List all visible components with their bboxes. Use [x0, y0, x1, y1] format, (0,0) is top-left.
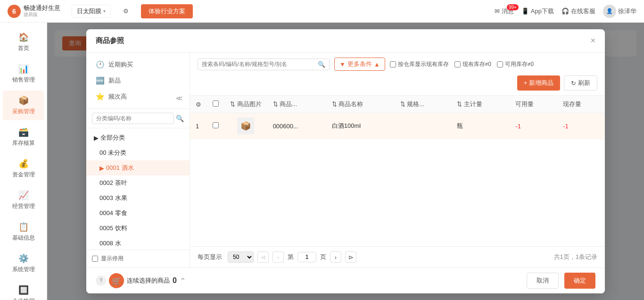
tab-label: 新品: [108, 76, 121, 85]
online-service-button[interactable]: 🎧 在线客服: [561, 7, 595, 16]
star-icon: ⭐: [96, 92, 105, 101]
prev-page-button[interactable]: ‹: [272, 251, 284, 263]
category-item-fruit[interactable]: 0003 水果: [86, 191, 190, 206]
page-number-input[interactable]: [297, 252, 316, 262]
category-tree: ▶ 全部分类 00 未分类 ▶ 0001 酒水 0002 茶: [86, 128, 190, 250]
category-label: 0008 水: [99, 239, 121, 248]
sidebar-item-system[interactable]: ⚙️ 系统管理: [3, 249, 44, 278]
checkbox-available-stock[interactable]: 可用库存≠0: [497, 60, 534, 68]
first-page-button[interactable]: ⊲: [257, 251, 269, 263]
sidebar-item-operations[interactable]: 📈 经营管理: [3, 185, 44, 215]
refresh-label: 刷新: [578, 79, 590, 87]
sort-icon: ⇅: [273, 100, 278, 108]
col-spec[interactable]: ⇅ 规格...: [395, 96, 452, 113]
select-all-checkbox[interactable]: [213, 100, 219, 107]
chevron-up-icon[interactable]: ⌃: [180, 276, 186, 285]
sidebar-item-label: 经营管理: [12, 202, 35, 210]
right-panel: 🔍 ▼ 更多条件 ▲ 按仓库显示现有库存: [190, 53, 605, 267]
logo-text: 畅捷通好生意 捷易版: [24, 4, 60, 18]
app-download-button[interactable]: 📱 App下载: [521, 7, 554, 16]
sidebar-item-finance[interactable]: 💰 资金管理: [3, 154, 44, 183]
show-disabled-checkbox[interactable]: [92, 256, 98, 262]
checkbox-warehouse-stock[interactable]: 按仓库显示现有库存: [390, 60, 449, 68]
sidebar-item-home[interactable]: 🏠 首页: [3, 27, 44, 57]
last-page-button[interactable]: ⊳: [345, 251, 356, 263]
category-item-snack[interactable]: 0004 零食: [86, 206, 190, 221]
cell-code: 000600...: [267, 113, 326, 139]
sidebar-item-inventory[interactable]: 🗃️ 库存核算: [3, 122, 44, 152]
enterprise-icon: 🔲: [18, 285, 29, 295]
filter-collapse-icon: ▲: [374, 61, 380, 68]
tab-new-products[interactable]: 🆕 新品: [88, 73, 171, 89]
add-product-button[interactable]: + 新增商品: [517, 75, 560, 91]
tab-frequent[interactable]: ⭐ 频次高: [88, 89, 171, 105]
current-stock-checkbox[interactable]: [454, 61, 461, 67]
sidebar-item-purchase[interactable]: 📦 采购管理: [3, 91, 44, 120]
user-area[interactable]: 👤 徐泽华: [603, 5, 636, 18]
category-label: 0005 饮料: [99, 224, 127, 233]
footer-right: 取消 确定: [527, 273, 595, 289]
collapse-button[interactable]: ≪: [173, 93, 186, 103]
col-settings[interactable]: ⚙: [190, 96, 207, 113]
cancel-button[interactable]: 取消: [527, 273, 559, 289]
category-search-icon[interactable]: 🔍: [176, 115, 184, 122]
category-item-water[interactable]: 0008 水: [86, 236, 190, 250]
content-area: 查询 设置 刷新 商品参照 ×: [47, 23, 644, 300]
tab-recent-purchase[interactable]: 🕐 近期购买: [88, 57, 171, 73]
category-item-tea[interactable]: 0002 茶叶: [86, 175, 190, 191]
product-search-input[interactable]: [202, 61, 316, 67]
col-select-all[interactable]: [207, 96, 224, 113]
filter-checkboxes: 按仓库显示现有库存 现有库存≠0 可用库存≠0: [390, 60, 534, 68]
category-search-input[interactable]: [92, 113, 174, 124]
available-stock-checkbox[interactable]: [497, 61, 503, 67]
nav-right: ✉ 消息 99+ 📱 App下载 🎧 在线客服 👤 徐泽华: [495, 5, 636, 18]
table-row[interactable]: 1 📦 000600... 白酒100ml 瓶: [190, 113, 605, 139]
sidebar-item-basic-info[interactable]: 📋 基础信息: [3, 217, 44, 247]
product-reference-modal: 商品参照 × 🕐 近期购买: [86, 29, 605, 293]
modal-close-button[interactable]: ×: [590, 36, 595, 46]
category-item-uncategorized[interactable]: 00 未分类: [86, 145, 190, 160]
sidebar-item-label: 首页: [18, 44, 29, 52]
avatar: 👤: [603, 5, 616, 18]
refresh-button[interactable]: ↻ 刷新: [564, 75, 597, 91]
category-item-liquor[interactable]: ▶ 0001 酒水: [86, 160, 190, 175]
col-unit[interactable]: ⇅ 主计量: [451, 96, 510, 113]
search-icon: 🔍: [318, 61, 325, 68]
gear-button[interactable]: ⚙: [118, 4, 133, 19]
cart-count: 0: [173, 276, 177, 285]
user-name: 徐泽华: [618, 7, 636, 16]
inventory-icon: 🗃️: [18, 127, 29, 137]
help-button[interactable]: ?: [96, 275, 106, 286]
show-disabled-area: 显示停用: [86, 250, 190, 267]
toolbar-right: + 新增商品 ↻ 刷新: [517, 75, 597, 91]
phone-icon: 📱: [521, 8, 529, 15]
category-label: 0002 茶叶: [99, 179, 127, 187]
col-name[interactable]: ⇅ 商品名称: [326, 96, 395, 113]
top-nav: 6 畅捷通好生意 捷易版 日太阳膜 ▾ ⚙ 体验行业方案 ✉ 消息 99+ 📱 …: [0, 0, 644, 23]
col-image[interactable]: ⇅ 商品图片: [224, 96, 267, 113]
sidebar-item-enterprise[interactable]: 🔲 企业协同: [3, 280, 44, 300]
messages-button[interactable]: ✉ 消息 99+: [495, 7, 514, 16]
home-icon: 🏠: [18, 32, 29, 42]
nav-selector-label: 日太阳膜: [77, 7, 101, 16]
trial-button[interactable]: 体验行业方案: [141, 4, 193, 18]
cell-image: 📦: [224, 113, 267, 139]
next-page-button[interactable]: ›: [330, 251, 341, 263]
cart-button[interactable]: 🛒: [109, 273, 124, 288]
col-code[interactable]: ⇅ 商品...: [267, 96, 326, 113]
checkbox-current-stock[interactable]: 现有库存≠0: [454, 60, 491, 68]
warehouse-stock-checkbox[interactable]: [390, 61, 396, 67]
category-item-beverage[interactable]: 0005 饮料: [86, 221, 190, 236]
checkbox-label: 可用库存≠0: [505, 60, 534, 68]
nav-selector[interactable]: 日太阳膜 ▾: [72, 5, 111, 18]
per-page-select[interactable]: 20 50 100: [228, 251, 254, 263]
category-label: 全部分类: [100, 133, 125, 142]
sidebar-item-sales[interactable]: 📊 销售管理: [3, 59, 44, 89]
cell-name: 白酒100ml: [326, 113, 395, 139]
cell-checkbox[interactable]: [207, 113, 224, 139]
row-checkbox[interactable]: [213, 122, 219, 128]
category-item-all[interactable]: ▶ 全部分类: [86, 130, 190, 145]
sales-icon: 📊: [18, 64, 29, 74]
more-filters-button[interactable]: ▼ 更多条件 ▲: [334, 58, 385, 71]
confirm-button[interactable]: 确定: [564, 273, 595, 289]
